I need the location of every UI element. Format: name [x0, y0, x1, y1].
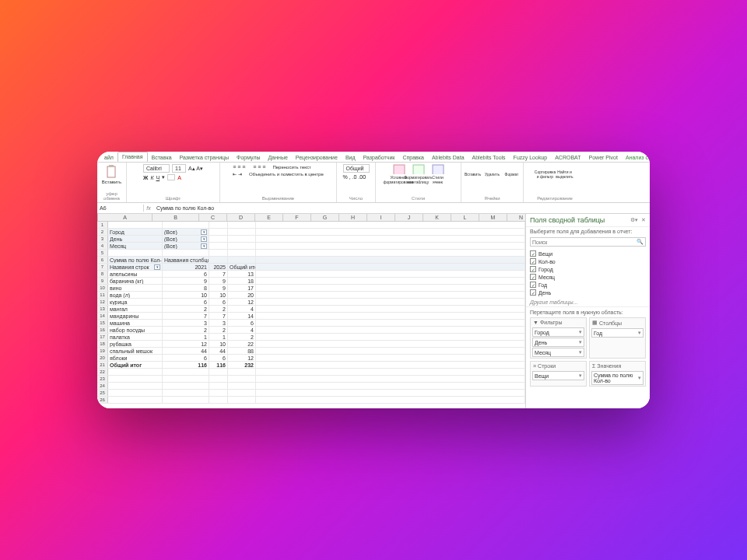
number-format-select[interactable]: Общий [343, 164, 370, 173]
field-search[interactable]: 🔍 [530, 237, 646, 247]
tab-данные[interactable]: Данные [265, 153, 292, 162]
tab-главная[interactable]: Главная [117, 152, 148, 162]
col-header-G[interactable]: G [311, 214, 339, 221]
zone-item[interactable]: Город▾ [532, 327, 584, 337]
table-row[interactable]: 17палатка112 [97, 334, 525, 341]
col-header-C[interactable]: C [199, 214, 227, 221]
col-header-F[interactable]: F [283, 214, 311, 221]
table-row[interactable]: 20яблоки6612 [97, 355, 525, 362]
field-item-Вещи[interactable]: ✓Вещи [530, 250, 646, 257]
format-table-button[interactable]: Форматировать как таблицу [410, 164, 427, 184]
tab-fuzzy-lookup[interactable]: Fuzzy Lookup [510, 153, 552, 162]
col-header-E[interactable]: E [255, 214, 283, 221]
tab-справка[interactable]: Справка [398, 153, 427, 162]
font-size-select[interactable]: 11 [172, 164, 186, 173]
table-row[interactable]: 2Город(Все)▾ [97, 229, 525, 236]
font-name-select[interactable]: Calibri [143, 164, 170, 173]
paste-button[interactable]: Вставить [103, 164, 121, 184]
field-item-День[interactable]: ✓День [530, 289, 646, 296]
table-row[interactable]: 13мангал224 [97, 306, 525, 313]
table-row[interactable]: 16набор посуды224 [97, 327, 525, 334]
chevron-down-icon[interactable]: ▾ [579, 329, 582, 335]
col-header-M[interactable]: M [479, 214, 507, 221]
table-row[interactable]: 12курица6612 [97, 299, 525, 306]
table-row[interactable]: 10вино8917 [97, 285, 525, 292]
col-header-B[interactable]: B [153, 214, 199, 221]
table-row[interactable]: 1 [97, 222, 525, 229]
field-item-Год[interactable]: ✓Год [530, 281, 646, 289]
merge-center[interactable]: Объединить и поместить в центре [249, 172, 324, 177]
zone-rows[interactable]: ≡СтрокиВещи▾ [530, 361, 587, 387]
checkbox-icon[interactable]: ✓ [530, 258, 536, 264]
zone-values[interactable]: ΣЗначенияСумма по полю Кол-во▾ [589, 361, 646, 387]
zone-item[interactable]: Вещи▾ [532, 371, 584, 380]
tab-рецензирование[interactable]: Рецензирование [292, 153, 342, 162]
tab-формулы[interactable]: Формулы [233, 153, 264, 162]
sort-filter-button[interactable]: Сортировка и фильтр [537, 164, 554, 184]
checkbox-icon[interactable]: ✓ [530, 274, 536, 280]
table-row[interactable]: 8апельсины6713 [97, 271, 525, 278]
zone-filters[interactable]: ▼ФильтрыГород▾День▾Месяц▾ [530, 317, 587, 359]
zone-item[interactable]: Месяц▾ [532, 348, 584, 357]
tab-вид[interactable]: Вид [342, 153, 359, 162]
pane-settings-icon[interactable]: ⚙▾ [630, 217, 638, 223]
chevron-down-icon[interactable]: ▾ [638, 330, 641, 336]
field-item-Месяц[interactable]: ✓Месяц [530, 273, 646, 281]
col-header-I[interactable]: I [367, 214, 395, 221]
worksheet[interactable]: ABCDEFGHIJKLMNO 12Город(Все)▾3День(Все)▾… [97, 214, 525, 408]
field-search-input[interactable] [532, 240, 637, 245]
insert-cells-button[interactable]: Вставить [465, 164, 482, 184]
table-row[interactable]: 7Названия строк▾20212025Общий итог [97, 264, 525, 271]
zone-item[interactable]: День▾ [532, 338, 584, 347]
table-row[interactable]: 22 [97, 369, 525, 376]
tab-айл[interactable]: айл [100, 153, 117, 162]
other-tables-link[interactable]: Другие таблицы... [526, 298, 650, 306]
table-row[interactable]: 24 [97, 383, 525, 390]
tab-ablebits-tools[interactable]: Ablebits Tools [468, 153, 510, 162]
col-header-N[interactable]: N [507, 214, 525, 221]
checkbox-icon[interactable]: ✓ [530, 289, 536, 296]
table-row[interactable]: 26 [97, 397, 525, 404]
col-header-J[interactable]: J [395, 214, 423, 221]
chevron-down-icon[interactable]: ▾ [579, 373, 582, 379]
tab-разметка-страницы[interactable]: Разметка страницы [176, 153, 233, 162]
formula-input[interactable]: Сумма по полю Кол-во [153, 205, 650, 212]
name-box[interactable]: A6 [97, 205, 144, 212]
cell-styles-button[interactable]: Стили ячеек [430, 164, 447, 184]
table-row[interactable]: 19спальный мешок444488 [97, 348, 525, 355]
table-row[interactable]: 9баранина (кг)9918 [97, 278, 525, 285]
field-item-Кол-во[interactable]: ✓Кол-во [530, 257, 646, 265]
table-row[interactable]: 23 [97, 376, 525, 383]
table-row[interactable]: 4Месяц(Все)▾ [97, 243, 525, 250]
col-header-L[interactable]: L [451, 214, 479, 221]
table-row[interactable]: 21Общий итог116116232 [97, 362, 525, 369]
field-item-Город[interactable]: ✓Город [530, 265, 646, 273]
tab-разработчик[interactable]: Разработчик [359, 153, 399, 162]
zone-item[interactable]: Год▾ [591, 328, 644, 338]
table-row[interactable]: 11вода (л)101020 [97, 292, 525, 299]
table-row[interactable]: 15машина336 [97, 320, 525, 327]
tab-acrobat[interactable]: ACROBAT [551, 153, 584, 162]
format-cells-button[interactable]: Формат [503, 164, 521, 184]
table-row[interactable]: 3День(Все)▾ [97, 236, 525, 243]
tab-ablebits-data[interactable]: Ablebits Data [428, 153, 468, 162]
fx-icon[interactable]: fx [144, 205, 153, 211]
checkbox-icon[interactable]: ✓ [530, 266, 536, 272]
zone-columns[interactable]: ▦СтолбцыГод▾ [589, 317, 646, 359]
tab-анализ-сводной-таблицы[interactable]: Анализ сводной таблицы [622, 153, 650, 162]
tab-power-pivot[interactable]: Power Pivot [585, 153, 622, 162]
find-select-button[interactable]: Найти и выделить [556, 164, 573, 184]
tab-вставка[interactable]: Вставка [148, 153, 176, 162]
grid-body[interactable]: 12Город(Все)▾3День(Все)▾4Месяц(Все)▾56Су… [97, 222, 525, 408]
chevron-down-icon[interactable]: ▾ [579, 339, 582, 345]
chevron-down-icon[interactable]: ▾ [579, 349, 582, 355]
col-header-D[interactable]: D [227, 214, 255, 221]
table-row[interactable]: 6Сумма по полю Кол-воНазвания столбцов▾ [97, 257, 525, 264]
pane-close-icon[interactable]: ✕ [641, 217, 646, 223]
col-header-K[interactable]: K [423, 214, 451, 221]
table-row[interactable]: 18рубашка121022 [97, 341, 525, 348]
col-header-A[interactable]: A [98, 214, 153, 221]
zone-item[interactable]: Сумма по полю Кол-во▾ [591, 371, 644, 385]
col-header-H[interactable]: H [339, 214, 367, 221]
chevron-down-icon[interactable]: ▾ [638, 375, 641, 381]
